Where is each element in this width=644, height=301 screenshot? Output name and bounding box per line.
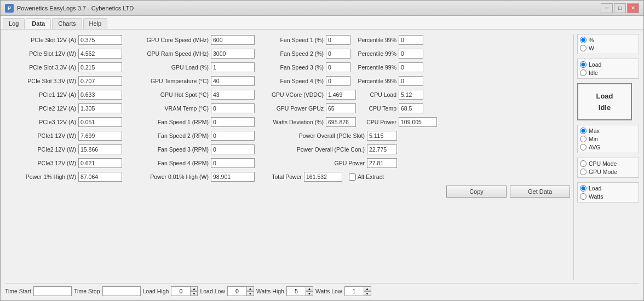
input-watts-low[interactable]: [344, 286, 364, 296]
load-idle-bottom: Idle: [599, 103, 611, 112]
radio-gpu-mode-row: GPU Mode: [580, 169, 636, 175]
input-cpu-load[interactable]: [399, 90, 423, 100]
input-pcie2-12v-a[interactable]: [78, 103, 122, 113]
input-load-low[interactable]: [227, 286, 246, 296]
input-pcie2-12v-w[interactable]: [78, 144, 122, 154]
spinner-watts-high-down[interactable]: ▼: [306, 291, 313, 296]
input-power-001pct-high[interactable]: [211, 172, 255, 182]
spinner-watts-low-down[interactable]: ▼: [364, 291, 371, 296]
tab-data[interactable]: Data: [26, 18, 51, 29]
spinner-load-low-up[interactable]: ▲: [246, 286, 254, 291]
input-pcie-slot-12v-w[interactable]: [78, 49, 122, 59]
input-fan-speed-2-rpm[interactable]: [211, 131, 255, 141]
input-vram-temp[interactable]: [211, 103, 255, 113]
label-avg: AVG: [589, 144, 600, 150]
spinner-load-high-up[interactable]: ▲: [190, 286, 198, 291]
radio-group-percent-watts: % W: [577, 34, 639, 54]
title-bar: P Powenetics EasyLogs 3.7 - Cybenetics L…: [1, 1, 643, 16]
tab-log[interactable]: Log: [3, 18, 25, 29]
input-fan-speed-2-pct[interactable]: [326, 49, 350, 59]
field-power-1pct-high: Power 1% High (W): [5, 171, 125, 183]
tab-charts[interactable]: Charts: [52, 18, 82, 29]
radio-load2[interactable]: [580, 185, 586, 192]
input-power-overall-pcie-con[interactable]: [367, 144, 397, 154]
spinner-watts-low-up[interactable]: ▲: [364, 286, 371, 291]
input-pcie1-12v-w[interactable]: [78, 131, 122, 141]
field-total-power: Total Power Alt Extract: [258, 171, 570, 183]
input-watts-deviation[interactable]: [326, 117, 356, 127]
col1: PCIe Slot 12V (A) PCIe Slot 12V (W) PCIe…: [5, 34, 125, 280]
label-max: Max: [589, 128, 600, 134]
input-fan-speed-1-pct[interactable]: [326, 35, 350, 45]
input-gpu-vcore[interactable]: [326, 90, 356, 100]
radio-watts[interactable]: [580, 45, 586, 51]
input-time-stop[interactable]: [102, 286, 141, 296]
minimize-button[interactable]: ─: [601, 3, 613, 13]
input-fan-speed-4-rpm[interactable]: [211, 158, 255, 168]
spinner-watts-high-up[interactable]: ▲: [306, 286, 313, 291]
radio-gpu-mode[interactable]: [580, 169, 586, 175]
field-gpu-ram-speed: GPU Ram Speed (MHz): [129, 48, 255, 60]
input-load-high[interactable]: [171, 286, 190, 296]
title-bar-left: P Powenetics EasyLogs 3.7 - Cybenetics L…: [5, 4, 134, 13]
input-pcie-slot-33v-a[interactable]: [78, 62, 122, 72]
radio-cpu-mode[interactable]: [580, 160, 586, 167]
input-fan-speed-4-pct[interactable]: [326, 76, 350, 86]
field-fan-speed-1-rpm: Fan Speed 1 (RPM): [129, 116, 255, 128]
input-fan-speed-1-rpm[interactable]: [211, 117, 255, 127]
close-button[interactable]: ✕: [627, 3, 639, 13]
input-pcie3-12v-w[interactable]: [78, 158, 122, 168]
field-pcie-slot-12v-a: PCIe Slot 12V (A): [5, 34, 125, 46]
input-gpu-power-gpuz[interactable]: [326, 103, 356, 113]
input-percentile-99-3[interactable]: [399, 62, 423, 72]
input-gpu-load[interactable]: [211, 62, 255, 72]
input-percentile-99-1[interactable]: [399, 35, 423, 45]
label-power-overall-pcie-con: Power Overall (PCIe Con.): [258, 146, 365, 153]
load-idle-box: Load Idle: [577, 83, 632, 120]
radio-percent[interactable]: [580, 37, 586, 43]
label-pcie-slot-12v-a: PCIe Slot 12V (A): [5, 37, 76, 43]
input-pcie3-12v-a[interactable]: [78, 117, 122, 127]
input-gpu-ram-speed[interactable]: [211, 49, 255, 59]
input-cpu-temp[interactable]: [399, 103, 423, 113]
spinner-load-high-down[interactable]: ▼: [190, 291, 198, 296]
tab-help[interactable]: Help: [83, 18, 108, 29]
radio-cpu-mode-row: CPU Mode: [580, 160, 636, 167]
input-power-overall-pcie-slot[interactable]: [367, 131, 397, 141]
input-gpu-power[interactable]: [367, 158, 397, 168]
input-pcie-slot-33v-w[interactable]: [78, 76, 122, 86]
radio-idle[interactable]: [580, 70, 586, 76]
input-fan-speed-3-pct[interactable]: [326, 62, 350, 72]
radio-max[interactable]: [580, 128, 586, 134]
input-gpu-hot-spot[interactable]: [211, 90, 255, 100]
get-data-button[interactable]: Get Data: [510, 186, 570, 198]
field-pcie2-12v-a: PCIe2 12V (A): [5, 102, 125, 114]
input-gpu-core-speed[interactable]: [211, 35, 255, 45]
radio-avg[interactable]: [580, 144, 586, 150]
field-gpu-core-speed: GPU Core Speed (MHz): [129, 34, 255, 46]
spinner-load-low-down[interactable]: ▼: [246, 291, 254, 296]
radio-load2-row: Load: [580, 185, 636, 192]
input-cpu-power[interactable]: [399, 117, 437, 127]
radio-watts2[interactable]: [580, 193, 586, 200]
copy-button[interactable]: Copy: [446, 186, 507, 198]
radio-load[interactable]: [580, 61, 586, 68]
input-pcie1-12v-a[interactable]: [78, 90, 122, 100]
input-percentile-99-4[interactable]: [399, 76, 423, 86]
alt-extract-checkbox[interactable]: [349, 173, 356, 181]
main-content: PCIe Slot 12V (A) PCIe Slot 12V (W) PCIe…: [1, 30, 643, 300]
input-total-power[interactable]: [304, 172, 342, 182]
input-pcie-slot-12v-a[interactable]: [78, 35, 122, 45]
input-watts-high[interactable]: [286, 286, 306, 296]
input-power-1pct-high[interactable]: [78, 172, 122, 182]
field-gpu-vcore: GPU VCore (VDDC) CPU Load: [258, 89, 570, 101]
app-icon: P: [5, 4, 14, 13]
input-time-start[interactable]: [33, 286, 72, 296]
maximize-button[interactable]: □: [614, 3, 626, 13]
label-vram-temp: VRAM Temp (°C): [129, 105, 209, 112]
input-percentile-99-2[interactable]: [399, 49, 423, 59]
input-fan-speed-3-rpm[interactable]: [211, 144, 255, 154]
input-gpu-temperature[interactable]: [211, 76, 255, 86]
radio-min[interactable]: [580, 136, 586, 142]
label-fan-speed-4-rpm: Fan Speed 4 (RPM): [129, 160, 209, 166]
